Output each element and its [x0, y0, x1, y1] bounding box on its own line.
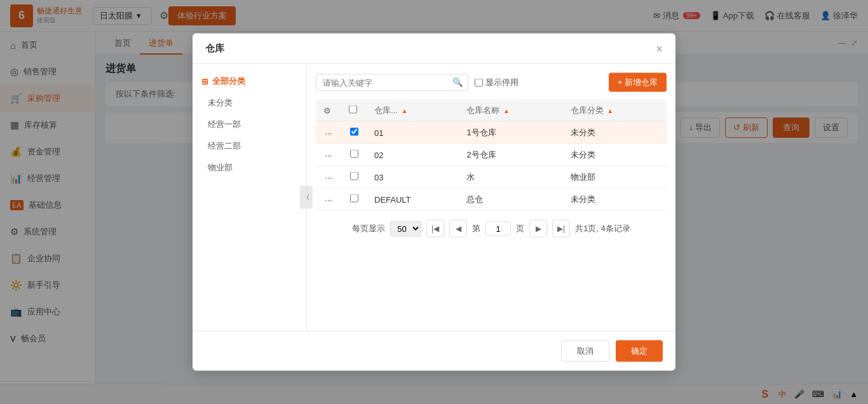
category-dept1[interactable]: 经营一部 [193, 114, 306, 135]
th-category-label: 仓库分类 [571, 105, 604, 115]
search-wrap: 🔍 [316, 74, 468, 91]
row-code: 02 [367, 144, 459, 166]
cancel-btn[interactable]: 取消 [561, 340, 609, 362]
row-code: 01 [367, 121, 459, 144]
category-unclassified[interactable]: 未分类 [193, 92, 306, 114]
row-category: 未分类 [563, 144, 667, 166]
table-row[interactable]: ··· 02 2号仓库 未分类 [316, 144, 667, 166]
modal-header: 仓库 × [193, 34, 675, 64]
th-name: 仓库名称 ▲ [459, 100, 562, 122]
table-row[interactable]: ··· DEFAULT 总仓 未分类 [316, 188, 667, 210]
row-gear[interactable]: ··· [316, 166, 341, 188]
show-disabled-label: 显示停用 [475, 77, 519, 88]
sort-icon-cat: ▲ [607, 107, 613, 114]
row-name: 总仓 [459, 188, 562, 210]
row-check[interactable] [341, 121, 367, 144]
modal-title: 仓库 [205, 43, 224, 55]
row-name: 2号仓库 [459, 144, 562, 166]
last-page-btn[interactable]: ▶| [552, 220, 570, 238]
confirm-btn[interactable]: 确定 [616, 340, 663, 362]
row-check[interactable] [341, 188, 367, 210]
modal-close-btn[interactable]: × [656, 43, 663, 54]
per-page-select[interactable]: 50 [390, 220, 421, 236]
row-check[interactable] [341, 144, 367, 166]
search-btn[interactable]: 🔍 [452, 77, 463, 87]
row-name: 水 [459, 166, 562, 188]
page-number-input[interactable] [485, 221, 511, 236]
show-disabled-checkbox[interactable] [475, 78, 483, 86]
grid-icon: ⊞ [201, 76, 208, 86]
page-unit: 页 [516, 223, 524, 234]
row-code: 03 [367, 166, 459, 188]
th-code-label: 仓库... [374, 105, 398, 115]
add-warehouse-btn[interactable]: + 新增仓库 [609, 73, 667, 92]
th-code: 仓库... ▲ [367, 100, 459, 122]
table-toolbar: 🔍 显示停用 + 新增仓库 [316, 73, 667, 92]
prev-page-btn[interactable]: ◀ [449, 220, 467, 238]
category-all-item[interactable]: ⊞ 全部分类 [193, 71, 306, 92]
modal-footer: 取消 确定 [193, 331, 675, 371]
modal-body: ⊞ 全部分类 未分类 经营一部 经营二部 物业部 《 🔍 显示停用 + 新增仓库 [193, 64, 675, 331]
total-label: 共1页, 4条记录 [575, 223, 630, 234]
warehouse-table: ⚙ 仓库... ▲ 仓库名称 ▲ 仓库分类 ▲ [316, 100, 667, 211]
table-row[interactable]: ··· 01 1号仓库 未分类 [316, 121, 667, 144]
row-category: 未分类 [563, 188, 667, 210]
row-gear[interactable]: ··· [316, 144, 341, 166]
warehouse-modal: 仓库 × ⊞ 全部分类 未分类 经营一部 经营二部 物业部 《 🔍 [193, 34, 675, 371]
category-panel: ⊞ 全部分类 未分类 经营一部 经营二部 物业部 《 [193, 64, 307, 331]
th-check [341, 100, 367, 122]
per-page-label: 每页显示 [352, 223, 385, 234]
category-property[interactable]: 物业部 [193, 157, 306, 178]
table-panel: 🔍 显示停用 + 新增仓库 ⚙ 仓库... ▲ [307, 64, 675, 331]
row-code: DEFAULT [367, 188, 459, 210]
sort-icon-name: ▲ [503, 107, 510, 114]
row-category: 未分类 [563, 121, 667, 144]
row-gear[interactable]: ··· [316, 121, 341, 144]
th-category: 仓库分类 ▲ [563, 100, 667, 122]
first-page-btn[interactable]: |◀ [426, 220, 444, 238]
table-row[interactable]: ··· 03 水 物业部 [316, 166, 667, 188]
page-label: 第 [472, 223, 480, 234]
row-category: 物业部 [563, 166, 667, 188]
row-gear[interactable]: ··· [316, 188, 341, 210]
collapse-panel-btn[interactable]: 《 [300, 186, 313, 209]
category-dept2[interactable]: 经营二部 [193, 135, 306, 157]
select-all-checkbox[interactable] [349, 105, 357, 114]
sort-icon-code: ▲ [401, 107, 407, 114]
category-all-label: 全部分类 [212, 76, 245, 87]
row-name: 1号仓库 [459, 121, 562, 144]
th-gear: ⚙ [316, 100, 341, 122]
row-check[interactable] [341, 166, 367, 188]
pagination: 每页显示 50 |◀ ◀ 第 页 ▶ ▶| 共1页, 4条记录 [316, 211, 667, 240]
next-page-btn[interactable]: ▶ [529, 220, 547, 238]
search-input[interactable] [316, 74, 468, 91]
show-disabled-text: 显示停用 [485, 77, 519, 88]
th-name-label: 仓库名称 [466, 105, 499, 115]
